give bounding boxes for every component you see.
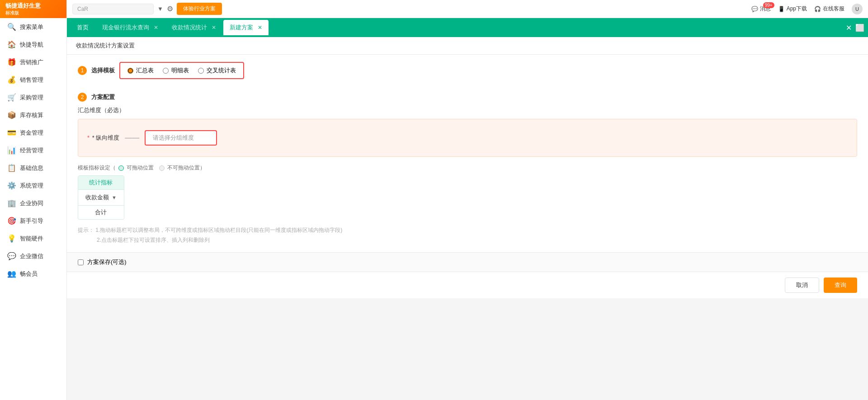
metrics-total: 合计 bbox=[78, 205, 124, 219]
radio-cross-input[interactable] bbox=[198, 68, 204, 74]
guide-icon: 🎯 bbox=[7, 216, 16, 225]
step1-section: 1 选择模板 汇总表 明细表 交叉统计表 bbox=[67, 55, 868, 93]
step2-number: 2 bbox=[78, 93, 87, 102]
save-plan-checkbox[interactable] bbox=[78, 259, 84, 265]
page-content: 收款情况统计方案设置 1 选择模板 汇总表 明细表 bbox=[67, 37, 868, 400]
step1-label: 选择模板 bbox=[91, 66, 115, 75]
metrics-header: 统计指标 bbox=[78, 176, 124, 189]
cancel-button[interactable]: 取消 bbox=[785, 278, 819, 293]
template-select-box: 汇总表 明细表 交叉统计表 bbox=[119, 62, 244, 79]
step2-label: 方案配置 bbox=[91, 93, 115, 101]
tab-close-new-plan[interactable]: ✕ bbox=[258, 24, 262, 31]
sidebar-item-inventory[interactable]: 📦 库存核算 bbox=[0, 106, 66, 124]
enterprise-icon: 🏢 bbox=[7, 199, 16, 207]
topbar: ▼ ⚙ 体验行业方案 💬 消息 99+ 📱 App下载 🎧 在线客服 U bbox=[67, 0, 868, 18]
dropdown-arrow-icon[interactable]: ▼ bbox=[157, 5, 163, 12]
radio-cross[interactable]: 交叉统计表 bbox=[198, 66, 236, 75]
main-content: ▼ ⚙ 体验行业方案 💬 消息 99+ 📱 App下载 🎧 在线客服 U 首页 bbox=[67, 0, 868, 400]
sidebar-item-purchase[interactable]: 🛒 采购管理 bbox=[0, 89, 66, 106]
quick-nav-icon: 🏠 bbox=[7, 40, 16, 49]
sidebar-item-enterprise[interactable]: 🏢 企业协同 bbox=[0, 194, 66, 212]
tabbar: 首页 现金银行流水查询 ✕ 收款情况统计 ✕ 新建方案 ✕ ✕ ⬜ bbox=[67, 18, 868, 37]
footer-bar: 取消 查询 bbox=[67, 272, 868, 298]
maximize-icon[interactable]: ⬜ bbox=[855, 24, 864, 32]
logo-name: 畅捷通好生意 bbox=[5, 2, 41, 10]
topbar-right: 💬 消息 99+ 📱 App下载 🎧 在线客服 U bbox=[751, 4, 863, 14]
sidebar-item-operation[interactable]: 📊 经营管理 bbox=[0, 141, 66, 159]
system-icon: ⚙️ bbox=[7, 181, 16, 190]
sidebar-item-quick-nav[interactable]: 🏠 快捷导航 bbox=[0, 36, 66, 53]
draggable-badge bbox=[118, 165, 124, 171]
radio-detail-input[interactable] bbox=[163, 68, 169, 74]
app-download-button[interactable]: 📱 App下载 bbox=[778, 5, 807, 13]
logo-sub: 标准版 bbox=[5, 10, 41, 16]
save-plan-label: 方案保存(可选) bbox=[87, 258, 127, 266]
sidebar-item-basic[interactable]: 📋 基础信息 bbox=[0, 159, 66, 177]
search-input[interactable] bbox=[72, 4, 154, 14]
step1-header: 1 选择模板 汇总表 明细表 交叉统计表 bbox=[78, 62, 857, 79]
sidebar-item-hardware[interactable]: 💡 智能硬件 bbox=[0, 230, 66, 247]
sidebar-item-system[interactable]: ⚙️ 系统管理 bbox=[0, 177, 66, 194]
purchase-icon: 🛒 bbox=[7, 93, 16, 102]
tip-line1: 提示： 1.拖动标题栏可以调整布局，不可跨维度或指标区域拖动栏目段(只能在同一维… bbox=[78, 226, 857, 235]
tab-close-bank-flow[interactable]: ✕ bbox=[154, 24, 158, 31]
radio-summary-input[interactable] bbox=[127, 68, 133, 74]
sidebar-logo: 畅捷通好生意 标准版 bbox=[0, 0, 66, 18]
basic-icon: 📋 bbox=[7, 164, 16, 172]
close-window-icon[interactable]: ✕ bbox=[846, 24, 852, 32]
sidebar-item-search-menu[interactable]: 🔍 搜索菜单 bbox=[0, 18, 66, 36]
message-icon: 💬 bbox=[751, 6, 758, 12]
summary-dim-title: 汇总维度（必选） bbox=[78, 106, 857, 114]
notification-button[interactable]: 💬 消息 99+ bbox=[751, 5, 771, 13]
vertical-dim-row: * * 纵向维度 —— 请选择分组维度 bbox=[87, 130, 848, 146]
hardware-icon: 💡 bbox=[7, 234, 16, 243]
operation-icon: 📊 bbox=[7, 146, 16, 155]
metrics-cell-amount[interactable]: 收款金额 ▼ bbox=[78, 189, 124, 205]
user-avatar[interactable]: U bbox=[852, 4, 863, 14]
sidebar-item-guide[interactable]: 🎯 新手引导 bbox=[0, 212, 66, 230]
metrics-dropdown-icon: ▼ bbox=[112, 195, 117, 200]
tab-bank-flow[interactable]: 现金银行流水查询 ✕ bbox=[96, 20, 165, 35]
tab-new-plan[interactable]: 新建方案 ✕ bbox=[223, 20, 269, 35]
tab-close-receipt-stats[interactable]: ✕ bbox=[212, 24, 216, 31]
nondraggable-badge bbox=[159, 165, 165, 171]
metrics-hint: 模板指标设定（ 可拖动位置 不可拖动位置） bbox=[78, 164, 857, 172]
radio-summary[interactable]: 汇总表 bbox=[127, 66, 154, 75]
marketing-icon: 🎁 bbox=[7, 58, 16, 66]
sidebar-item-weixin[interactable]: 💬 企业微信 bbox=[0, 247, 66, 265]
inventory-icon: 📦 bbox=[7, 111, 16, 119]
tab-receipt-stats[interactable]: 收款情况统计 ✕ bbox=[165, 20, 222, 35]
tab-home[interactable]: 首页 bbox=[71, 20, 95, 35]
notification-badge: 99+ bbox=[763, 2, 774, 8]
page-title: 收款情况统计方案设置 bbox=[76, 42, 135, 49]
arrow-icon: —— bbox=[125, 134, 139, 142]
dimension-area: * * 纵向维度 —— 请选择分组维度 bbox=[78, 119, 857, 157]
weixin-icon: 💬 bbox=[7, 252, 16, 260]
vertical-dim-label: * * 纵向维度 bbox=[87, 134, 119, 142]
step2-section: 2 方案配置 汇总维度（必选） * * 纵向维度 —— 请选择分组维度 bbox=[67, 93, 868, 252]
tabbar-actions: ✕ ⬜ bbox=[846, 24, 864, 32]
sales-icon: 💰 bbox=[7, 75, 16, 84]
radio-detail[interactable]: 明细表 bbox=[163, 66, 189, 75]
sidebar: 畅捷通好生意 标准版 🔍 搜索菜单 🏠 快捷导航 🎁 营销推广 💰 销售管理 🛒… bbox=[0, 0, 67, 400]
group-dimension-selector[interactable]: 请选择分组维度 bbox=[145, 130, 217, 146]
sidebar-item-finance[interactable]: 💳 资金管理 bbox=[0, 124, 66, 141]
finance-icon: 💳 bbox=[7, 128, 16, 137]
sidebar-item-marketing[interactable]: 🎁 营销推广 bbox=[0, 53, 66, 71]
online-service-button[interactable]: 🎧 在线客服 bbox=[814, 5, 844, 13]
member-icon: 👥 bbox=[7, 269, 16, 278]
service-icon: 🎧 bbox=[814, 6, 821, 12]
trial-industry-button[interactable]: 体验行业方案 bbox=[177, 3, 222, 15]
save-section: 方案保存(可选) bbox=[67, 252, 868, 272]
settings-gear-icon[interactable]: ⚙ bbox=[167, 5, 173, 13]
search-menu-icon: 🔍 bbox=[7, 23, 16, 31]
sidebar-item-sales[interactable]: 💰 销售管理 bbox=[0, 71, 66, 89]
download-icon: 📱 bbox=[778, 6, 785, 12]
tip-line2: 2.点击标题栏下拉可设置排序、插入列和删除列 bbox=[78, 235, 857, 245]
metrics-table: 统计指标 收款金额 ▼ 合计 bbox=[78, 175, 124, 220]
sidebar-item-member[interactable]: 👥 畅会员 bbox=[0, 265, 66, 282]
tips-section: 提示： 1.拖动标题栏可以调整布局，不可跨维度或指标区域拖动栏目段(只能在同一维… bbox=[78, 221, 857, 245]
query-button[interactable]: 查询 bbox=[824, 278, 857, 293]
page-header: 收款情况统计方案设置 bbox=[67, 37, 868, 55]
step1-number: 1 bbox=[78, 66, 87, 75]
